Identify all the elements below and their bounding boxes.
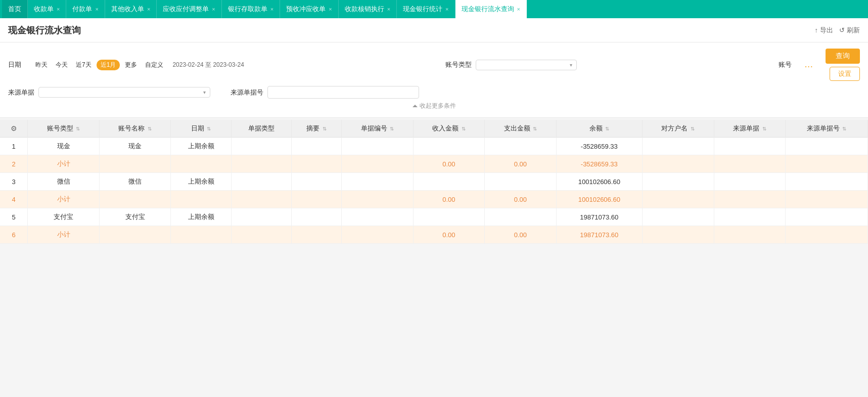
table-row: 3微信微信上期余额100102606.60	[0, 173, 868, 191]
settings-gear-icon[interactable]: ⚙	[11, 124, 17, 133]
cell-doc-type	[231, 226, 291, 244]
query-button[interactable]: 查询	[826, 49, 860, 64]
date-btn-yesterday[interactable]: 昨天	[32, 60, 51, 70]
nav-tab-cash-bank-flow-close[interactable]: ×	[517, 6, 520, 12]
nav-tab-payments[interactable]: 付款单 ×	[66, 0, 105, 18]
date-btn-more[interactable]: 更多	[122, 60, 140, 70]
nav-tab-bank-deposit-close[interactable]: ×	[270, 6, 273, 12]
date-btn-custom[interactable]: 自定义	[142, 60, 166, 70]
sort-icon-summary: ⇅	[323, 126, 327, 131]
cell-source-doc-no	[786, 173, 868, 191]
cell-doc-type	[231, 138, 291, 155]
nav-tab-advance-receipts-close[interactable]: ×	[329, 6, 332, 12]
chevron-up-icon	[413, 105, 418, 107]
table-row: 5支付宝支付宝上期余额19871073.60	[0, 208, 868, 226]
cell-income	[413, 138, 485, 155]
date-options: 昨天 今天 近7天 近1月 更多 自定义	[32, 60, 166, 70]
account-filter: 账号 ...	[779, 60, 815, 70]
cell-account-name	[99, 226, 171, 244]
col-expense[interactable]: 支出金额 ⇅	[485, 120, 557, 138]
date-btn-last1m[interactable]: 近1月	[97, 60, 120, 70]
nav-tab-receipts[interactable]: 收款单 ×	[28, 0, 66, 18]
nav-tab-bank-deposit[interactable]: 银行存取款单 ×	[222, 0, 280, 18]
nav-tab-bank-deposit-label: 银行存取款单	[228, 5, 267, 14]
data-table: ⚙ 账号类型 ⇅ 账号名称 ⇅ 日期 ⇅ 单据类型 摘要	[0, 120, 868, 244]
sort-icon-counterparty: ⇅	[691, 126, 695, 131]
nav-tab-collection-exec-close[interactable]: ×	[387, 6, 390, 12]
nav-tab-cash-bank-flow-label: 现金银行流水查询	[462, 5, 514, 14]
cell-account-type: 支付宝	[28, 208, 100, 226]
col-doc-type[interactable]: 单据类型	[231, 120, 291, 138]
export-label: 导出	[820, 26, 833, 35]
col-summary[interactable]: 摘要 ⇅	[291, 120, 341, 138]
col-settings[interactable]: ⚙	[0, 120, 28, 138]
cell-income: 0.00	[413, 155, 485, 173]
col-account-type-label: 账号类型	[47, 124, 73, 132]
col-doc-no[interactable]: 单据编号 ⇅	[342, 120, 414, 138]
header-actions: ↑ 导出 ↺ 刷新	[815, 26, 860, 35]
page-header: 现金银行流水查询 ↑ 导出 ↺ 刷新	[0, 18, 868, 42]
account-dots-button[interactable]: ...	[803, 60, 815, 70]
nav-tab-ar-ap[interactable]: 应收应付调整单 ×	[157, 0, 221, 18]
nav-tab-receipts-close[interactable]: ×	[57, 6, 60, 12]
date-btn-today[interactable]: 今天	[53, 60, 71, 70]
sort-icon-source-doc-no: ⇅	[842, 126, 846, 131]
nav-tab-payments-close[interactable]: ×	[95, 6, 98, 12]
date-btn-last7[interactable]: 近7天	[73, 60, 95, 70]
col-balance[interactable]: 余额 ⇅	[556, 120, 642, 138]
cell-no: 6	[0, 226, 28, 244]
cell-no: 4	[0, 191, 28, 208]
nav-tab-cash-bank-flow[interactable]: 现金银行流水查询 ×	[455, 0, 527, 18]
nav-tab-home[interactable]: 首页	[2, 0, 28, 18]
sort-icon-date: ⇅	[207, 126, 211, 131]
nav-tab-cash-bank-stats-close[interactable]: ×	[445, 6, 448, 12]
nav-tab-collection-exec[interactable]: 收款核销执行 ×	[339, 0, 397, 18]
cell-source-doc-no	[786, 191, 868, 208]
col-source-doc-no[interactable]: 来源单据号 ⇅	[786, 120, 868, 138]
nav-tab-ar-ap-close[interactable]: ×	[212, 6, 215, 12]
account-type-filter: 账号类型 ▾	[445, 60, 577, 70]
account-type-select[interactable]: ▾	[476, 60, 577, 70]
cell-summary	[291, 155, 341, 173]
source-doc-no-label: 来源单据号	[231, 88, 263, 97]
col-source-doc[interactable]: 来源单据 ⇅	[714, 120, 786, 138]
sort-icon-doc-no: ⇅	[390, 126, 394, 131]
nav-tab-cash-bank-stats[interactable]: 现金银行统计 ×	[397, 0, 455, 18]
cell-source-doc	[714, 226, 786, 244]
nav-tab-other-income-close[interactable]: ×	[147, 6, 150, 12]
col-source-doc-label: 来源单据	[733, 124, 759, 132]
nav-tab-cash-bank-stats-label: 现金银行统计	[403, 5, 442, 14]
sort-icon-income: ⇅	[462, 126, 466, 131]
cell-account-name: 微信	[99, 173, 171, 191]
date-range-display: 2023-02-24 至 2023-03-24	[172, 61, 244, 69]
nav-tab-advance-receipts[interactable]: 预收冲应收单 ×	[280, 0, 338, 18]
sort-icon-expense: ⇅	[533, 126, 537, 131]
col-counterparty[interactable]: 对方户名 ⇅	[642, 120, 714, 138]
refresh-icon: ↺	[839, 26, 845, 34]
col-income[interactable]: 收入金额 ⇅	[413, 120, 485, 138]
cell-date	[171, 155, 231, 173]
cell-doc-type	[231, 173, 291, 191]
collapse-label: 收起更多条件	[420, 102, 456, 110]
cell-counterparty	[642, 208, 714, 226]
col-summary-label: 摘要	[306, 124, 319, 132]
source-doc-select[interactable]: ▾	[38, 87, 210, 98]
cell-doc-no	[342, 155, 414, 173]
nav-tab-ar-ap-label: 应收应付调整单	[163, 5, 209, 14]
cell-date	[171, 191, 231, 208]
col-account-name[interactable]: 账号名称 ⇅	[99, 120, 171, 138]
refresh-button[interactable]: ↺ 刷新	[839, 26, 860, 35]
cell-no: 5	[0, 208, 28, 226]
cell-source-doc	[714, 191, 786, 208]
cell-balance: -3528659.33	[556, 155, 642, 173]
cell-doc-type	[231, 191, 291, 208]
settings-button[interactable]: 设置	[830, 67, 860, 81]
account-type-chevron-icon: ▾	[570, 62, 572, 68]
export-button[interactable]: ↑ 导出	[815, 26, 834, 35]
col-account-type[interactable]: 账号类型 ⇅	[28, 120, 100, 138]
collapse-bar[interactable]: 收起更多条件	[8, 99, 860, 111]
cell-balance: 19871073.60	[556, 226, 642, 244]
source-doc-no-input[interactable]	[267, 86, 419, 99]
nav-tab-other-income[interactable]: 其他收入单 ×	[105, 0, 157, 18]
col-date[interactable]: 日期 ⇅	[171, 120, 231, 138]
